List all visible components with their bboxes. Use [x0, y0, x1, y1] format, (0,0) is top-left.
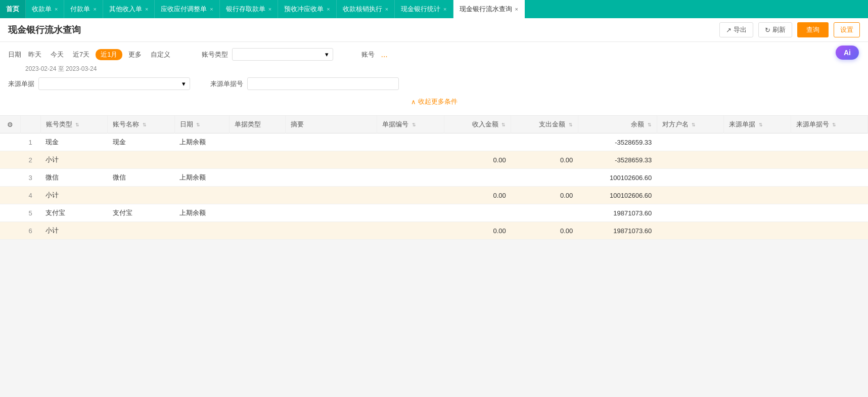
- close-payment-icon[interactable]: ×: [93, 6, 96, 12]
- source-doc-filter-group: 来源单据 ▾: [8, 77, 190, 90]
- table-cell: [285, 134, 377, 151]
- close-ar-ap-adjust-icon[interactable]: ×: [210, 6, 213, 12]
- close-other-income-icon[interactable]: ×: [145, 6, 148, 12]
- nav-ar-ap-adjust[interactable]: 应收应付调整单 ×: [155, 0, 219, 18]
- nav-pre-receive[interactable]: 预收冲应收单 ×: [278, 0, 336, 18]
- table-cell: [724, 187, 791, 204]
- table-cell: [377, 187, 444, 204]
- col-source-doc[interactable]: 来源单据 ⇅: [724, 116, 791, 134]
- sort-counterpart-icon: ⇅: [692, 122, 696, 127]
- collapse-bar[interactable]: ∧ 收起更多条件: [8, 94, 860, 109]
- table-cell: [285, 204, 377, 222]
- table-cell: [657, 151, 724, 169]
- setting-button[interactable]: 设置: [834, 22, 860, 37]
- table-row[interactable]: 4小计0.000.00100102606.60: [0, 187, 868, 204]
- close-cash-flow-icon[interactable]: ×: [515, 6, 518, 12]
- account-type-select[interactable]: ▾: [232, 48, 333, 61]
- table-cell: 支付宝: [108, 204, 175, 222]
- nav-payment[interactable]: 付款单 ×: [64, 0, 103, 18]
- refresh-icon: ↻: [765, 26, 770, 34]
- source-doc-label: 来源单据: [8, 79, 34, 89]
- source-doc-select[interactable]: ▾: [38, 77, 190, 90]
- table-cell: 1: [20, 134, 40, 151]
- col-doc-num[interactable]: 单据编号 ⇅: [377, 116, 444, 134]
- date-today[interactable]: 今天: [48, 49, 67, 60]
- table-cell: [0, 187, 20, 204]
- table-cell: [0, 169, 20, 187]
- table-cell: [657, 222, 724, 240]
- table-cell: 19871073.60: [578, 204, 657, 222]
- table-cell: 3: [20, 169, 40, 187]
- source-doc-num-input[interactable]: [247, 77, 399, 90]
- nav-receipt[interactable]: 收款单 ×: [26, 0, 64, 18]
- table-cell: [724, 222, 791, 240]
- nav-write-off[interactable]: 收款核销执行 ×: [337, 0, 395, 18]
- table-cell: 0.00: [444, 222, 511, 240]
- table-cell: -3528659.33: [578, 134, 657, 151]
- table-container: ⚙ 账号类型 ⇅ 账号名称 ⇅ 日期 ⇅ 单据类型 摘要 单据编号 ⇅: [0, 116, 868, 240]
- col-account-name[interactable]: 账号名称 ⇅: [108, 116, 175, 134]
- table-cell: [657, 204, 724, 222]
- table-cell: 2: [20, 151, 40, 169]
- col-account-type[interactable]: 账号类型 ⇅: [40, 116, 108, 134]
- close-receipt-icon[interactable]: ×: [55, 6, 58, 12]
- table-row[interactable]: 5支付宝支付宝上期余额19871073.60: [0, 204, 868, 222]
- account-ellipsis-button[interactable]: ...: [379, 50, 389, 59]
- nav-cash-flow[interactable]: 现金银行流水查询 ×: [453, 0, 525, 18]
- table-cell: 6: [20, 222, 40, 240]
- nav-home[interactable]: 首页: [0, 0, 26, 18]
- close-cash-stat-icon[interactable]: ×: [443, 6, 446, 12]
- nav-cash-stat[interactable]: 现金银行统计 ×: [395, 0, 453, 18]
- col-income[interactable]: 收入金额 ⇅: [444, 116, 511, 134]
- table-cell: [511, 204, 578, 222]
- table-header-row: ⚙ 账号类型 ⇅ 账号名称 ⇅ 日期 ⇅ 单据类型 摘要 单据编号 ⇅: [0, 116, 868, 134]
- date-7days[interactable]: 近7天: [70, 49, 93, 60]
- table-cell: [377, 134, 444, 151]
- table-cell: [791, 151, 867, 169]
- date-more[interactable]: 更多: [125, 49, 145, 60]
- nav-bank-deposit[interactable]: 银行存取款单 ×: [220, 0, 278, 18]
- table-cell: [444, 134, 511, 151]
- table-cell: [0, 151, 20, 169]
- query-button[interactable]: 查询: [797, 22, 829, 37]
- table-row[interactable]: 1现金现金上期余额-3528659.33: [0, 134, 868, 151]
- col-settings[interactable]: ⚙: [0, 116, 20, 134]
- settings-icon[interactable]: ⚙: [7, 121, 13, 128]
- filter-row-1: 日期 昨天 今天 近7天 近1月 更多 自定义 账号类型 ▾ 账号 ...: [8, 48, 860, 61]
- close-bank-deposit-icon[interactable]: ×: [268, 6, 271, 12]
- table-row[interactable]: 6小计0.000.0019871073.60: [0, 222, 868, 240]
- date-1month[interactable]: 近1月: [96, 49, 122, 60]
- table-row[interactable]: 3微信微信上期余额100102606.60: [0, 169, 868, 187]
- col-counterpart[interactable]: 对方户名 ⇅: [657, 116, 724, 134]
- table-cell: 现金: [40, 134, 108, 151]
- table-cell: [724, 204, 791, 222]
- sort-balance-icon: ⇅: [648, 122, 652, 127]
- table-row[interactable]: 2小计0.000.00-3528659.33: [0, 151, 868, 169]
- table-cell: [444, 169, 511, 187]
- ai-button[interactable]: Ai: [836, 46, 859, 60]
- table-cell: [377, 151, 444, 169]
- account-filter-group: 账号 ...: [361, 50, 389, 59]
- refresh-button[interactable]: ↻ 刷新: [758, 22, 792, 37]
- table-cell: 0.00: [444, 187, 511, 204]
- col-balance[interactable]: 余额 ⇅: [578, 116, 657, 134]
- date-custom[interactable]: 自定义: [148, 49, 173, 60]
- col-expense[interactable]: 支出金额 ⇅: [511, 116, 578, 134]
- table-cell: 19871073.60: [578, 222, 657, 240]
- table-cell: [724, 151, 791, 169]
- col-date[interactable]: 日期 ⇅: [174, 116, 230, 134]
- export-button[interactable]: ↗ 导出: [719, 22, 753, 37]
- table-cell: [0, 222, 20, 240]
- table-cell: 5: [20, 204, 40, 222]
- close-write-off-icon[interactable]: ×: [385, 6, 388, 12]
- table-cell: [377, 222, 444, 240]
- sort-source-doc-icon: ⇅: [759, 122, 763, 127]
- col-source-doc-num[interactable]: 来源单据号 ⇅: [791, 116, 867, 134]
- close-pre-receive-icon[interactable]: ×: [327, 6, 330, 12]
- nav-other-income[interactable]: 其他收入单 ×: [103, 0, 155, 18]
- filter-area: 日期 昨天 今天 近7天 近1月 更多 自定义 账号类型 ▾ 账号 ...: [0, 42, 868, 116]
- table-cell: [511, 134, 578, 151]
- sort-income-icon: ⇅: [501, 122, 506, 127]
- date-yesterday[interactable]: 昨天: [25, 49, 44, 60]
- table-cell: [230, 169, 285, 187]
